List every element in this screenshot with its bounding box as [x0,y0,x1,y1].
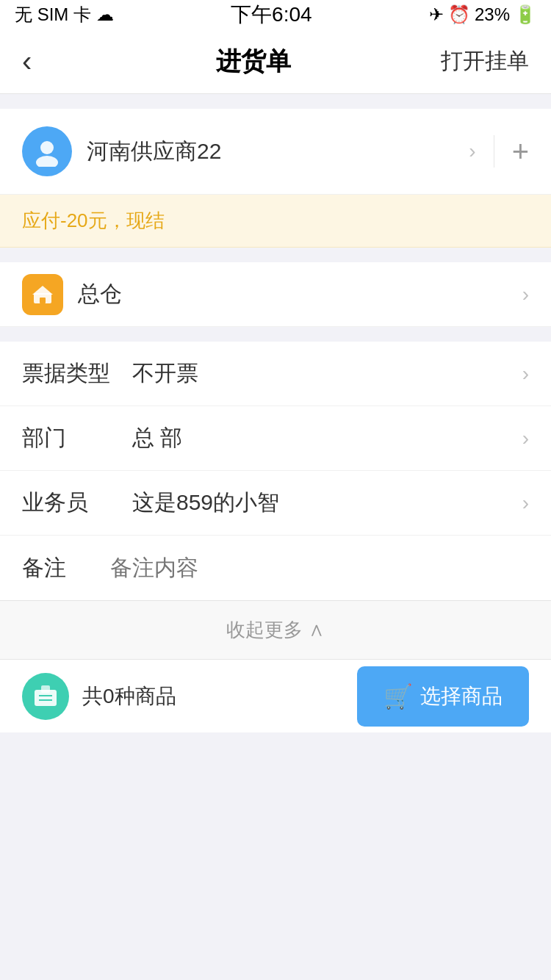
status-time: 下午6:04 [231,1,312,29]
salesperson-value: 这是859的小智 [132,488,522,518]
page-title: 进货单 [216,45,291,79]
department-row[interactable]: 部门 总 部 › [0,406,551,471]
supplier-row[interactable]: 河南供应商22 › + [0,109,551,195]
warehouse-row[interactable]: 总仓 › [0,262,551,327]
select-product-icon: 🛒 [383,682,413,710]
status-right: ✈ ⏰ 23% 🔋 [429,4,536,25]
open-pending-button[interactable]: 打开挂单 [441,46,529,76]
add-supplier-button[interactable]: + [512,135,529,168]
collapse-label: 收起更多 ∧ [226,617,324,643]
battery-icon: 🔋 [514,4,536,25]
warehouse-card: 总仓 › [0,262,551,327]
salesperson-chevron-icon: › [522,491,529,515]
select-product-button[interactable]: 🛒 选择商品 [357,666,529,727]
invoice-type-value: 不开票 [132,359,522,389]
invoice-type-row[interactable]: 票据类型 不开票 › [0,342,551,406]
invoice-type-chevron-icon: › [522,362,529,386]
svg-marker-3 [32,286,53,295]
remark-input[interactable] [110,555,529,580]
warehouse-label: 总仓 [78,279,522,309]
supplier-name: 河南供应商22 [87,137,469,167]
section-gap-1 [0,94,551,109]
supplier-notice: 应付-20元，现结 [0,195,551,248]
nav-bar: ‹ 进货单 打开挂单 [0,29,551,94]
product-icon-bg [22,673,69,720]
supplier-card: 河南供应商22 › + 应付-20元，现结 [0,109,551,248]
department-label: 部门 [22,423,118,453]
battery-level: 23% [475,4,510,25]
svg-point-0 [40,141,54,154]
department-chevron-icon: › [522,427,529,450]
warehouse-icon-bg [22,274,63,315]
svg-point-1 [36,156,58,167]
bottom-bar: 共0种商品 🛒 选择商品 [0,659,551,732]
status-left: 无 SIM 卡 ☁ [15,3,114,26]
department-value: 总 部 [132,423,522,453]
warehouse-chevron-icon: › [522,283,529,306]
salesperson-label: 业务员 [22,488,118,518]
status-bar: 无 SIM 卡 ☁ 下午6:04 ✈ ⏰ 23% 🔋 [0,0,551,29]
section-gap-3 [0,327,551,342]
supplier-avatar [22,126,72,176]
salesperson-row[interactable]: 业务员 这是859的小智 › [0,471,551,536]
location-icon: ✈ [429,4,444,25]
sim-status: 无 SIM 卡 ☁ [15,3,114,26]
supplier-divider [494,135,494,167]
section-gap-2 [0,248,551,262]
supplier-chevron-icon: › [469,140,475,163]
svg-rect-6 [41,685,50,693]
collapse-toggle[interactable]: 收起更多 ∧ [0,600,551,659]
svg-rect-4 [40,298,46,303]
select-product-label: 选择商品 [420,682,503,710]
product-count: 共0种商品 [82,682,357,710]
gray-fill-area [0,732,551,953]
form-card: 票据类型 不开票 › 部门 总 部 › 业务员 这是859的小智 › 备注 [0,342,551,600]
remark-row: 备注 [0,536,551,600]
invoice-type-label: 票据类型 [22,359,118,389]
back-button[interactable]: ‹ [22,45,66,78]
remark-label: 备注 [22,553,96,583]
alarm-icon: ⏰ [448,4,470,25]
